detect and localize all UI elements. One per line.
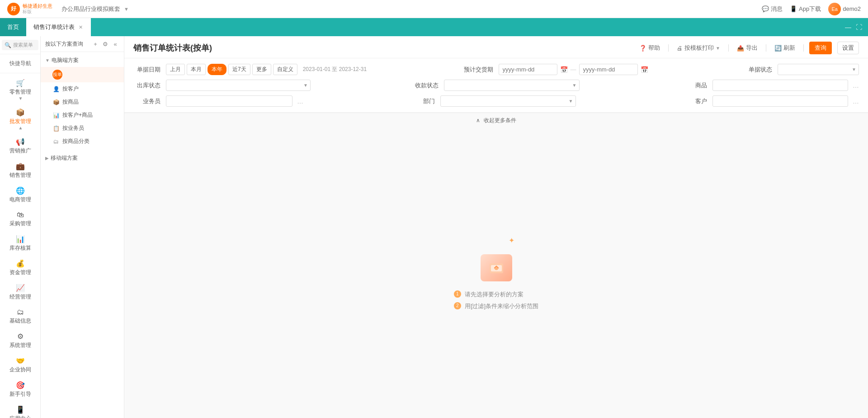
scheme-item-by-customer[interactable]: 👤 按客户 bbox=[41, 82, 124, 95]
mobile-group-arrow-icon: ▶ bbox=[45, 156, 49, 161]
page-settings-btn[interactable]: 设置 bbox=[837, 42, 859, 54]
scheme-item-by-customer-product[interactable]: 📊 按客户+商品 bbox=[41, 109, 124, 122]
payment-select[interactable] bbox=[444, 80, 580, 91]
sidebar-item-inventory[interactable]: 📊 库存核算 bbox=[0, 231, 40, 256]
filter-row-1: 单据日期 上月 本月 本年 近7天 更多 自定义 2023-01-01 至 20… bbox=[133, 64, 859, 75]
tab-bar: 首页 销售订单统计表 ✕ — ⛶ bbox=[0, 18, 868, 36]
scheme-item-by-staff[interactable]: 📋 按业务员 bbox=[41, 122, 124, 135]
scheme-collapse-btn[interactable]: « bbox=[111, 40, 119, 48]
customer-field: … bbox=[712, 95, 859, 107]
logo-text: 畅捷通好生意 标版 bbox=[23, 3, 52, 14]
tab-close-icon[interactable]: ✕ bbox=[77, 24, 84, 30]
hint-num-2: 2 bbox=[454, 302, 461, 309]
scheme-item-by-product[interactable]: 📦 按商品 bbox=[41, 95, 124, 109]
status-label: 单据状态 bbox=[745, 66, 772, 74]
scheme-settings-btn[interactable]: ⚙ bbox=[101, 40, 109, 48]
date-range-text: 2023-01-01 至 2023-12-31 bbox=[303, 66, 367, 73]
app-download-btn[interactable]: 📱 App下载 bbox=[790, 5, 821, 13]
scheme-group-desktop-header[interactable]: ▼ 电脑端方案 bbox=[41, 54, 124, 67]
by-staff-icon: 📋 bbox=[52, 125, 60, 132]
staff-label: 业务员 bbox=[133, 97, 160, 105]
status-select[interactable] bbox=[778, 64, 859, 75]
message-btn[interactable]: 💬 消息 bbox=[762, 5, 783, 13]
sidebar-item-system[interactable]: ⚙ 系统管理 bbox=[0, 328, 40, 353]
calendar-start-icon[interactable]: 📅 bbox=[560, 66, 568, 73]
sidebar-item-ecommerce[interactable]: 🌐 电商管理 bbox=[0, 183, 40, 207]
sidebar-item-marketing[interactable]: 📢 营销推广 bbox=[0, 134, 40, 158]
staff-input[interactable] bbox=[166, 95, 292, 107]
filter-row-2: 出库状态 ▼ 收款状态 ▼ bbox=[133, 80, 859, 91]
user-menu[interactable]: Ea demo2 bbox=[828, 3, 861, 15]
tab-sales-label: 销售订单统计表 bbox=[33, 23, 75, 31]
date-btn-last-month[interactable]: 上月 bbox=[166, 64, 185, 75]
sidebar-item-sales[interactable]: 💼 销售管理 bbox=[0, 158, 40, 183]
sidebar-item-basic-info[interactable]: 🗂 基础信息 bbox=[0, 304, 40, 328]
tab-home-label: 首页 bbox=[7, 23, 19, 31]
logo-area: 好 畅捷通好生意 标版 bbox=[7, 3, 52, 15]
goods-label: 商品 bbox=[680, 81, 707, 90]
date-dash: — bbox=[571, 66, 576, 73]
payment-label: 收款状态 bbox=[411, 81, 439, 90]
action-divider-2 bbox=[728, 44, 729, 52]
sidebar-item-enterprise[interactable]: 🤝 企业协同 bbox=[0, 353, 40, 377]
tab-home[interactable]: 首页 bbox=[0, 18, 26, 36]
customer-input[interactable] bbox=[712, 95, 848, 107]
scheme-item-by-order[interactable]: 按单 bbox=[41, 67, 124, 82]
staff-field: … bbox=[166, 95, 303, 107]
sidebar-item-wholesale[interactable]: 📦 批发管理 ▲ bbox=[0, 104, 40, 134]
scheme-group-mobile-label: 移动端方案 bbox=[51, 154, 78, 162]
hint-num-1: 1 bbox=[454, 290, 461, 298]
sidebar-item-retail[interactable]: 🛒 零售管理 ▼ bbox=[0, 75, 40, 104]
expected-date-start[interactable] bbox=[499, 64, 557, 75]
scheme-group-mobile-header[interactable]: ▶ 移动端方案 bbox=[41, 152, 124, 165]
delivery-label: 出库状态 bbox=[133, 81, 160, 90]
app-center-icon: 📱 bbox=[16, 405, 25, 414]
download-icon: 📱 bbox=[790, 5, 797, 12]
enterprise-icon: 🤝 bbox=[16, 356, 25, 365]
sidebar-item-finance[interactable]: 💰 资金管理 bbox=[0, 256, 40, 280]
expected-date-end[interactable] bbox=[579, 64, 638, 75]
calendar-end-icon[interactable]: 📅 bbox=[641, 66, 648, 73]
sidebar-search-btn[interactable]: 🔍 搜索菜单 bbox=[2, 40, 38, 50]
by-product-icon: 📦 bbox=[52, 99, 60, 106]
dept-select[interactable] bbox=[440, 95, 576, 107]
scheme-add-btn[interactable]: + bbox=[91, 40, 99, 48]
refresh-btn[interactable]: 🔄 刷新 bbox=[772, 42, 798, 54]
export-btn[interactable]: 📤 导出 bbox=[734, 42, 760, 54]
date-btn-7days[interactable]: 近7天 bbox=[228, 64, 250, 75]
sidebar-item-operations[interactable]: 📈 经营管理 bbox=[0, 280, 40, 304]
maximize-btn[interactable]: ⛶ bbox=[855, 24, 863, 31]
expected-date-field: 📅 — 📅 bbox=[499, 64, 648, 75]
goods-more-icon[interactable]: … bbox=[853, 82, 859, 89]
ecommerce-icon: 🌐 bbox=[16, 186, 25, 195]
dept-label: 部门 bbox=[408, 97, 435, 105]
query-btn[interactable]: 查询 bbox=[809, 42, 832, 54]
delivery-select[interactable] bbox=[166, 80, 311, 91]
sales-icon: 💼 bbox=[16, 162, 25, 171]
status-select-wrap: ▼ bbox=[778, 64, 859, 75]
marketing-icon: 📢 bbox=[16, 138, 25, 146]
action-divider-1 bbox=[668, 44, 669, 52]
breadcrumb-arrow-icon[interactable]: ▼ bbox=[124, 6, 129, 12]
customer-label: 客户 bbox=[680, 97, 707, 105]
date-btn-this-month[interactable]: 本月 bbox=[187, 64, 206, 75]
staff-more-icon[interactable]: … bbox=[297, 98, 303, 105]
help-btn[interactable]: ❓ 帮助 bbox=[637, 42, 663, 54]
date-btn-more[interactable]: 更多 bbox=[252, 64, 271, 75]
goods-input[interactable] bbox=[712, 80, 848, 91]
date-btn-custom[interactable]: 自定义 bbox=[273, 64, 297, 75]
empty-state: ✦ 1 请先选择要分析的方案 bbox=[124, 128, 868, 418]
customer-more-icon[interactable]: … bbox=[853, 98, 859, 105]
minimize-btn[interactable]: — bbox=[844, 24, 852, 31]
hint-text-2: 用[过滤]条件来缩小分析范围 bbox=[465, 302, 538, 310]
tab-sales-stat[interactable]: 销售订单统计表 ✕ bbox=[26, 18, 91, 36]
date-btn-this-year[interactable]: 本年 bbox=[208, 64, 226, 75]
print-btn[interactable]: 🖨 按模板打印 ▼ bbox=[674, 42, 723, 54]
scheme-item-by-category[interactable]: 🗂 按商品分类 bbox=[41, 135, 124, 148]
sidebar-item-purchase[interactable]: 🛍 采购管理 bbox=[0, 207, 40, 231]
logo-icon: 好 bbox=[7, 3, 20, 15]
collapse-bar[interactable]: ∧ 收起更多条件 bbox=[124, 113, 868, 128]
newbie-icon: 🎯 bbox=[16, 381, 25, 390]
sidebar-item-app-center[interactable]: 📱 应用中心 bbox=[0, 402, 40, 418]
sidebar-item-newbie[interactable]: 🎯 新手引导 bbox=[0, 377, 40, 402]
